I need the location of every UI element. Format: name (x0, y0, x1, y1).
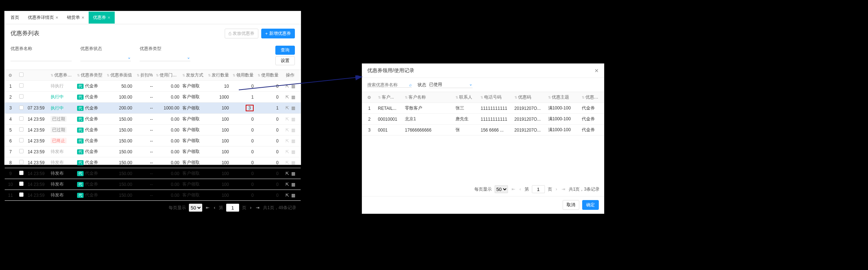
d-last-page-button[interactable]: ⇥ (561, 187, 566, 192)
col-threshold[interactable]: 使用门槛... (160, 72, 181, 78)
gear-icon[interactable]: ⚙ (8, 73, 12, 78)
first-page-button[interactable]: ⇤ (205, 205, 210, 210)
page-input[interactable] (226, 204, 239, 212)
d-page-input[interactable] (532, 185, 545, 193)
table-row[interactable]: 414 23:59已过期代 代金券150.00--0.00客户领取10000⇱▦ (5, 114, 301, 125)
row-claimed[interactable]: 3 (230, 103, 255, 114)
row-checkbox[interactable] (19, 171, 24, 175)
dcol-custname[interactable]: 客户名称 (408, 95, 426, 100)
row-issued: 100 (206, 146, 230, 157)
row-claimed[interactable]: 1 (230, 92, 255, 103)
row-checkbox[interactable] (19, 105, 24, 110)
table-row[interactable]: 814 23:59待发布代 代金券150.00--0.00客户领取10000⇱▦ (5, 157, 301, 168)
share-icon[interactable]: ⇱ (285, 95, 289, 100)
row-checkbox[interactable] (19, 192, 24, 197)
search-icon[interactable]: ⌕ (409, 82, 412, 87)
row-used: 0 (255, 114, 280, 125)
row-claimed[interactable]: 0 (230, 157, 255, 168)
d-prev-page-button[interactable]: ‹ (519, 187, 522, 192)
add-coupon-label: 新增优惠券 (269, 30, 291, 37)
prev-page-button[interactable]: ‹ (213, 205, 216, 210)
col-issued[interactable]: 发行数量 (212, 72, 229, 78)
col-used[interactable]: 使用数量 (261, 72, 279, 78)
row-checkbox[interactable] (19, 116, 24, 121)
table-row[interactable]: 514 23:59已过期代 代金券150.00--0.00客户领取10000⇱▦ (5, 125, 301, 136)
col-status[interactable]: 优惠券状态 (54, 72, 76, 78)
cancel-button[interactable]: 取消 (563, 200, 579, 210)
per-page-select[interactable]: 50 (189, 204, 202, 212)
filter-status-select[interactable]: ⌄ (80, 53, 131, 61)
row-index: 2 (5, 92, 16, 103)
search-coupon-input[interactable] (367, 82, 407, 87)
filter-type-select[interactable]: ⌄ (140, 53, 190, 61)
qr-icon[interactable]: ▦ (291, 105, 295, 111)
row-claimed[interactable]: 0 (230, 136, 255, 146)
row-checkbox[interactable] (19, 182, 24, 186)
col-method[interactable]: 发放方式 (186, 72, 203, 78)
share-icon[interactable]: ⇱ (285, 105, 289, 111)
table-row[interactable]: 307 23:59执行中代 代金券200.00--1000.00客户领取1003… (5, 103, 301, 114)
close-icon[interactable]: ✕ (55, 16, 58, 20)
ok-button[interactable]: 确定 (582, 200, 599, 210)
dcol-code[interactable]: 优惠码 (518, 95, 531, 100)
dcol-cust[interactable]: 客户... (382, 95, 394, 100)
row-checkbox[interactable] (19, 160, 24, 164)
state-select[interactable]: 已使用 ⌄ (429, 82, 473, 88)
table-row[interactable]: 1114 23:59待发布代 代金券150.00--0.00客户领取10000⇱… (5, 190, 301, 201)
gear-icon[interactable]: ⚙ (367, 95, 371, 100)
row-checkbox[interactable] (19, 149, 24, 153)
row-claimed[interactable]: 0 (230, 190, 255, 201)
dcol-topic[interactable]: 优惠主题 (552, 95, 569, 100)
last-page-button[interactable]: ⇥ (255, 205, 260, 210)
qr-icon[interactable]: ▦ (291, 95, 295, 100)
filter-name-input[interactable] (10, 53, 72, 61)
claimed-count-highlighted[interactable]: 3 (246, 105, 254, 111)
tab-2[interactable]: 销货单✕ (63, 12, 89, 24)
row-checkbox[interactable] (19, 83, 24, 88)
table-row[interactable]: 914 23:59待发布代 代金券150.00--0.00客户领取10000⇱▦ (5, 168, 301, 179)
d-first-page-button[interactable]: ⇤ (511, 187, 516, 192)
close-icon[interactable]: ✕ (81, 16, 84, 20)
table-row[interactable]: 1014 23:59待发布代 代金券150.00--0.00客户领取10000⇱… (5, 179, 301, 190)
row-claimed[interactable]: 0 (230, 146, 255, 157)
next-page-button[interactable]: › (249, 205, 252, 210)
row-checkbox[interactable] (19, 127, 24, 132)
row-claimed[interactable]: 0 (230, 125, 255, 136)
table-row[interactable]: 714 23:59待发布代 代金券150.00--0.00客户领取10000⇱▦ (5, 146, 301, 157)
row-issued: 1000 (206, 92, 230, 103)
table-row[interactable]: 1待执行代 代金券50.00--0.00客户领取1000⇱▦ (5, 81, 301, 92)
row-claimed[interactable]: 0 (230, 179, 255, 190)
add-coupon-button[interactable]: + 新增优惠券 (261, 29, 295, 38)
share-icon[interactable]: ⇱ (285, 84, 289, 89)
tab-1[interactable]: 优惠券详情页✕ (24, 12, 63, 24)
table-row[interactable]: 3000117666666666张156 6666 ...20191207O..… (362, 125, 604, 136)
row-claimed[interactable]: 0 (230, 81, 255, 92)
dcol-phone[interactable]: 电话号码 (484, 95, 501, 100)
tab-3[interactable]: 优惠券✕ (89, 12, 115, 24)
table-row[interactable]: 1RETAIL...零散客户张三1111111111120191207O...满… (362, 103, 604, 114)
col-type[interactable]: 优惠券类型 (81, 72, 102, 78)
col-face[interactable]: 优惠券面值 (110, 72, 132, 78)
issue-coupon-button[interactable]: ⎙ 发放优惠券 (225, 29, 258, 38)
table-row[interactable]: 2执行中代 代金券100.00--0.00客户领取100010⇱▦ (5, 92, 301, 103)
col-discount[interactable]: 折扣% (140, 72, 153, 78)
dcol-contact[interactable]: 联系人 (459, 95, 472, 100)
settings-button[interactable]: 设置 (275, 56, 295, 65)
row-claimed[interactable]: 0 (230, 114, 255, 125)
query-button[interactable]: 查询 (275, 46, 295, 55)
close-icon[interactable]: ✕ (594, 68, 599, 74)
dcol-ctype[interactable]: 优惠券类 (585, 95, 603, 100)
col-claimed[interactable]: 领用数量 (236, 72, 254, 78)
tab-0[interactable]: 首页 (6, 12, 24, 24)
d-per-page-select[interactable]: 50 (495, 185, 508, 193)
table-row[interactable]: 614 23:59已终止代 代金券150.00--0.00客户领取10000⇱▦ (5, 136, 301, 146)
row-claimed[interactable]: 0 (230, 168, 255, 179)
row-face: 150.00 (105, 190, 134, 201)
table-row[interactable]: 200010001北京1唐先生1111111111120191207O...满1… (362, 114, 604, 125)
row-checkbox[interactable] (19, 94, 24, 99)
qr-icon[interactable]: ▦ (291, 84, 295, 89)
d-next-page-button[interactable]: › (555, 187, 558, 192)
row-checkbox[interactable] (19, 138, 24, 142)
select-all-checkbox[interactable] (19, 72, 24, 77)
close-icon[interactable]: ✕ (107, 16, 110, 20)
